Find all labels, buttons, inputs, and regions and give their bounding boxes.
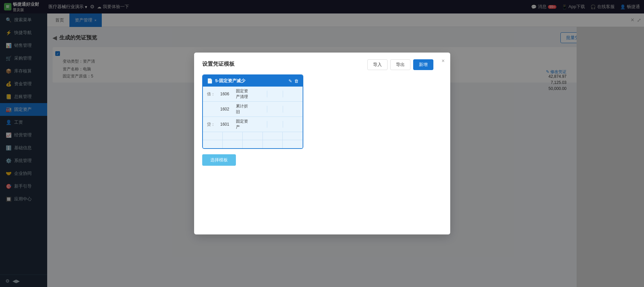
select-template-button[interactable]: 选择模板	[202, 154, 236, 166]
entry-3-name: 固定资产	[236, 119, 251, 130]
entry-1-name: 固定资产清理	[236, 88, 251, 100]
template-card-title: 5-固定资产减少	[215, 78, 286, 84]
entry-1-type: 借：	[207, 91, 220, 97]
template-card-actions: ✎ 🗑	[288, 78, 299, 84]
modal-overlay: 设置凭证模板 导入 导出 新增 × 📄 5-固定资产减少 ✎ 🗑 借：	[0, 0, 644, 287]
entry-2-col2	[267, 106, 283, 113]
modal-dialog: 设置凭证模板 导入 导出 新增 × 📄 5-固定资产减少 ✎ 🗑 借：	[194, 53, 450, 234]
template-doc-icon: 📄	[207, 78, 213, 84]
template-card-body: 借： 1606 固定资产清理 1602 累计折旧 贷：	[203, 87, 303, 148]
template-entry-2: 1602 累计折旧	[203, 102, 303, 117]
template-entry-3: 贷： 1601 固定资产	[203, 117, 303, 132]
entry-3-col1	[251, 121, 267, 128]
template-empty-row-1	[203, 132, 303, 140]
import-button[interactable]: 导入	[367, 59, 388, 70]
modal-top-actions: 导入 导出 新增	[367, 59, 433, 70]
entry-3-code: 1601	[220, 122, 236, 127]
entry-1-col3	[283, 91, 299, 97]
entry-2-code: 1602	[220, 107, 236, 111]
entry-1-col2	[267, 91, 283, 97]
template-card: 📄 5-固定资产减少 ✎ 🗑 借： 1606 固定资产清理	[202, 74, 303, 149]
template-delete-button[interactable]: 🗑	[294, 78, 299, 84]
template-empty-row-2	[203, 140, 303, 148]
template-card-header: 📄 5-固定资产减少 ✎ 🗑	[203, 75, 303, 87]
entry-3-col2	[267, 121, 283, 128]
export-button[interactable]: 导出	[390, 59, 410, 70]
entry-2-col1	[251, 106, 267, 113]
entry-3-col3	[283, 121, 299, 128]
entry-3-type: 贷：	[207, 122, 220, 127]
template-edit-button[interactable]: ✎	[288, 78, 292, 84]
modal-close-button[interactable]: ×	[441, 58, 444, 64]
entry-2-name: 累计折旧	[236, 103, 251, 115]
new-button[interactable]: 新增	[413, 59, 433, 70]
entry-1-col1	[251, 91, 267, 97]
entry-1-code: 1606	[220, 92, 236, 96]
entry-2-col3	[283, 106, 299, 113]
template-entry-1: 借： 1606 固定资产清理	[203, 87, 303, 102]
